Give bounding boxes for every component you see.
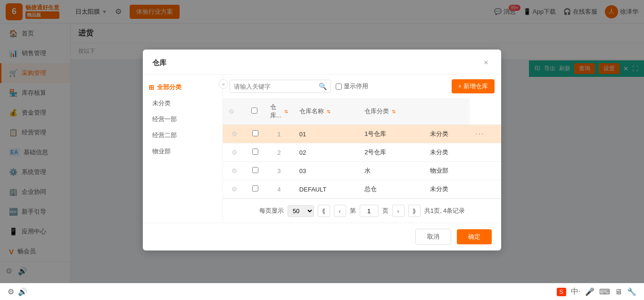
select-all-checkbox[interactable]: [251, 108, 257, 114]
category-item-0[interactable]: 未分类: [143, 95, 223, 111]
bottom-left: ⚙ 🔊: [8, 287, 27, 296]
col-name-header[interactable]: 仓库名称 ⇅: [294, 98, 359, 125]
first-page-button[interactable]: ⟪: [318, 205, 330, 217]
row-gear-icon-2[interactable]: ⚙: [231, 149, 238, 156]
row-index-2: 2: [264, 143, 294, 162]
row-select-2[interactable]: [252, 149, 258, 155]
row-more-3: [470, 162, 501, 180]
row-index-1: 1: [264, 125, 294, 143]
row-checkbox-1: [246, 125, 264, 143]
row-more-1[interactable]: ···: [470, 125, 501, 143]
category-collapse-button[interactable]: «: [219, 79, 228, 89]
category-item-2[interactable]: 经营二部: [143, 127, 223, 143]
bottom-right: S 中· 🎤 ⌨ 🖥 🔧: [557, 287, 636, 297]
pagination: 每页显示 50 10 20 100 ⟪ ‹ 第 页: [223, 199, 501, 223]
bottom-bar: ⚙ 🔊 S 中· 🎤 ⌨ 🖥 🔧: [0, 283, 644, 300]
grid-icon: ⊞: [149, 83, 154, 91]
modal-footer: 取消 确定: [143, 223, 501, 250]
sogou-icon[interactable]: S: [557, 288, 566, 296]
main-content: 首页 进货入库单 进货 按以下 印 导出 刷新 查询 设置 ✕ ⛶: [71, 24, 644, 300]
col-category-label: 仓库分类: [364, 107, 389, 116]
add-warehouse-button[interactable]: + 新增仓库: [452, 79, 495, 93]
col-category-header[interactable]: 仓库分类 ⇅: [359, 98, 424, 125]
row-category-1: 未分类: [424, 125, 470, 143]
next-page-button[interactable]: ›: [392, 205, 405, 217]
row-index-3: 3: [264, 162, 294, 180]
modal-title: 仓库: [152, 58, 166, 67]
tools-icon[interactable]: 🔧: [627, 287, 636, 296]
show-disabled-text: 显示停用: [344, 82, 368, 91]
gear-header-icon[interactable]: ⚙: [229, 108, 234, 115]
bottom-settings-icon[interactable]: ⚙: [8, 287, 14, 296]
col-code-label: 仓库...: [270, 103, 281, 120]
sort-code-icon: ⇅: [284, 109, 288, 114]
ime-label[interactable]: 中·: [571, 287, 580, 297]
row-name-4: 总仓: [359, 180, 424, 199]
table-toolbar: 🔍 显示停用 + 新增仓库: [223, 75, 501, 98]
row-checkbox-2: [246, 143, 264, 162]
row-category-3: 物业部: [424, 162, 470, 180]
row-checkbox-4: [246, 180, 264, 199]
category-sidebar: ⊞ 全部分类 « 未分类 经营一部 经营二部 物业部: [143, 75, 223, 223]
row-more-4: [470, 180, 501, 199]
keyboard-icon[interactable]: ⌨: [599, 287, 610, 296]
warehouse-table: ⚙ 仓库... ⇅: [223, 98, 501, 199]
row-gear-4: ⚙: [223, 180, 246, 199]
modal-overlay: 仓库 × ⊞ 全部分类 « 未分类 经营一部 经营二部: [71, 24, 644, 300]
row-category-2: 未分类: [424, 143, 470, 162]
row-code-4: DEFAULT: [294, 180, 359, 199]
col-code-header[interactable]: 仓库... ⇅: [264, 98, 294, 125]
bottom-audio-icon[interactable]: 🔊: [18, 287, 27, 296]
per-page-select[interactable]: 50 10 20 100: [288, 205, 314, 217]
col-gear-header: ⚙: [223, 98, 246, 125]
per-page-label: 每页显示: [259, 207, 284, 215]
show-disabled-label[interactable]: 显示停用: [336, 82, 368, 91]
layout: 🏠 首页 📊 销售管理 🛒 采购管理 🏪 库存核算 💰 资金管理 📋 经营管理 …: [0, 24, 644, 300]
row-select-3[interactable]: [252, 167, 258, 173]
monitor-icon[interactable]: 🖥: [615, 288, 622, 296]
search-box: 🔍: [230, 80, 331, 93]
col-more-header: [424, 98, 470, 125]
row-gear-icon-1[interactable]: ⚙: [231, 130, 238, 138]
table-row[interactable]: ⚙ 2 02 2号仓库 未分类: [223, 143, 501, 162]
table-row[interactable]: ⚙ 3 03 水 物业部: [223, 162, 501, 180]
category-all-header[interactable]: ⊞ 全部分类: [143, 79, 223, 95]
row-category-4: 未分类: [424, 180, 470, 199]
col-name-label: 仓库名称: [299, 107, 324, 116]
confirm-button[interactable]: 确定: [457, 229, 492, 244]
row-gear-3: ⚙: [223, 162, 246, 180]
mic-icon[interactable]: 🎤: [585, 287, 594, 296]
total-info: 共1页, 4条记录: [424, 207, 465, 215]
row-name-1: 1号仓库: [359, 125, 424, 143]
prev-page-button[interactable]: ‹: [334, 205, 346, 217]
warehouse-modal: 仓库 × ⊞ 全部分类 « 未分类 经营一部 经营二部: [143, 50, 501, 250]
cancel-button[interactable]: 取消: [415, 229, 451, 245]
table-row[interactable]: ⚙ 1 01 1号仓库 未分类: [223, 125, 501, 143]
page-prefix-label: 第: [350, 207, 356, 215]
category-item-3[interactable]: 物业部: [143, 143, 223, 159]
row-select-4[interactable]: [252, 185, 258, 192]
modal-close-button[interactable]: ×: [480, 57, 492, 68]
last-page-button[interactable]: ⟫: [408, 205, 421, 217]
table-area: 🔍 显示停用 + 新增仓库: [223, 75, 501, 223]
row-select-1[interactable]: [252, 130, 258, 136]
row-gear-icon-4[interactable]: ⚙: [231, 185, 238, 193]
table-row[interactable]: ⚙ 4 DEFAULT 总仓 未分类: [223, 180, 501, 199]
row-name-3: 水: [359, 162, 424, 180]
modal-body: ⊞ 全部分类 « 未分类 经营一部 经营二部 物业部: [143, 75, 501, 223]
search-input[interactable]: [230, 81, 315, 92]
row-gear-2: ⚙: [223, 143, 246, 162]
row-more-2: [470, 143, 501, 162]
search-button[interactable]: 🔍: [315, 80, 330, 92]
sort-category-icon: ⇅: [392, 109, 396, 114]
page-number-input[interactable]: [360, 205, 379, 217]
row-code-3: 03: [294, 162, 359, 180]
sort-name-icon: ⇅: [327, 109, 330, 114]
category-item-1[interactable]: 经营一部: [143, 111, 223, 127]
page-suffix-label: 页: [382, 207, 388, 215]
col-checkbox-header: [246, 98, 264, 125]
show-disabled-checkbox[interactable]: [336, 83, 342, 90]
row-index-4: 4: [264, 180, 294, 199]
row-name-2: 2号仓库: [359, 143, 424, 162]
row-gear-icon-3[interactable]: ⚙: [231, 167, 238, 175]
